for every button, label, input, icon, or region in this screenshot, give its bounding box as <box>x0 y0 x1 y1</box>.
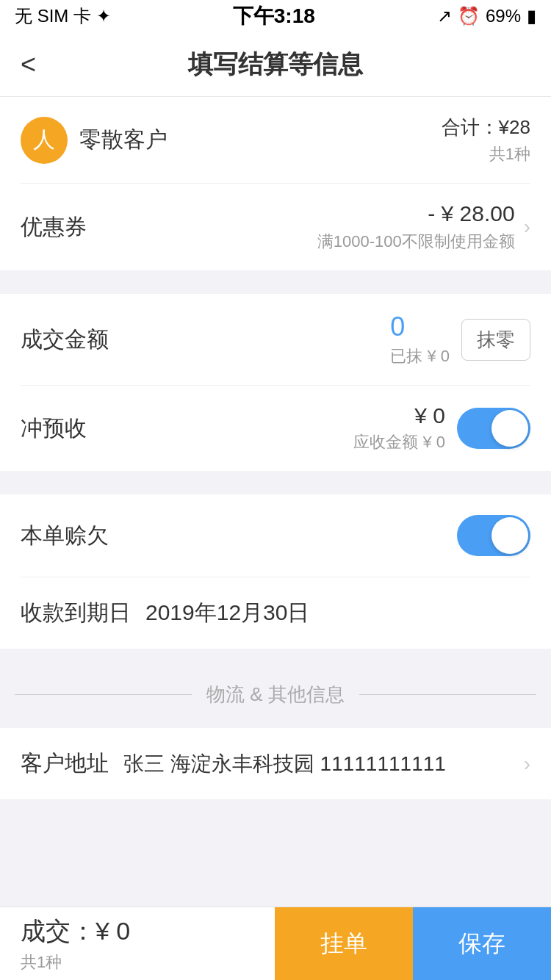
due-date-row: 收款到期日 2019年12月30日 <box>0 577 551 649</box>
deal-amount-right: 0 已抹 ¥ 0 抹零 <box>390 311 530 367</box>
logistics-label: 物流 & 其他信息 <box>206 682 345 707</box>
deal-amount-row: 成交金额 0 已抹 ¥ 0 抹零 <box>0 294 551 385</box>
chongyu-right: ¥ 0 应收金额 ¥ 0 <box>353 403 530 453</box>
toggle-knob-2 <box>491 517 528 554</box>
due-date-label: 收款到期日 <box>21 598 131 628</box>
section-separator-3 <box>0 660 551 672</box>
debt-toggle[interactable] <box>457 515 530 556</box>
round-zero-button[interactable]: 抹零 <box>461 319 530 361</box>
address-row[interactable]: 客户地址 张三 海淀永丰科技园 11111111111 › <box>0 728 551 799</box>
nav-bar: < 填写结算等信息 <box>0 32 551 97</box>
battery-text: 69% <box>486 6 521 26</box>
bottom-deal-amount: 成交：¥ 0 <box>21 915 254 948</box>
customer-card: 人 零散客户 合计：¥28 共1种 优惠券 - ¥ 28.00 满1000-10… <box>0 97 551 270</box>
address-label: 客户地址 <box>21 749 109 779</box>
back-button[interactable]: < <box>21 49 36 80</box>
coupon-right: - ¥ 28.00 满1000-100不限制使用金额 › <box>317 201 530 253</box>
deal-amount-sub: 已抹 ¥ 0 <box>390 345 450 367</box>
location-icon: ↗ <box>437 6 452 26</box>
address-value: 张三 海淀永丰科技园 11111111111 <box>123 750 521 778</box>
due-date-value[interactable]: 2019年12月30日 <box>145 598 309 628</box>
status-left: 无 SIM 卡 ✦ <box>15 4 111 28</box>
coupon-value: - ¥ 28.00 <box>317 201 515 226</box>
debt-row: 本单赊欠 <box>0 494 551 577</box>
no-sim-text: 无 SIM 卡 ✦ <box>15 4 111 28</box>
section-separator-1 <box>0 282 551 294</box>
deal-amount-label: 成交金额 <box>21 325 109 355</box>
coupon-desc: 满1000-100不限制使用金额 <box>317 231 515 253</box>
chongyu-value: ¥ 0 <box>353 403 445 428</box>
deal-card: 成交金额 0 已抹 ¥ 0 抹零 冲预收 ¥ 0 应收金额 ¥ 0 <box>0 294 551 471</box>
total-count: 共1种 <box>442 143 530 165</box>
battery-icon: ▮ <box>527 6 536 26</box>
debt-card: 本单赊欠 收款到期日 2019年12月30日 <box>0 494 551 649</box>
customer-info: 人 零散客户 <box>21 117 168 164</box>
chongyu-row: 冲预收 ¥ 0 应收金额 ¥ 0 <box>0 386 551 471</box>
bottom-deal-label: 成交： <box>21 917 96 945</box>
save-button[interactable]: 保存 <box>413 907 551 980</box>
status-right: ↗ ⏰ 69% ▮ <box>437 6 536 26</box>
customer-name: 零散客户 <box>79 125 168 155</box>
section-separator-2 <box>0 483 551 494</box>
debt-label: 本单赊欠 <box>21 521 109 551</box>
hang-order-button[interactable]: 挂单 <box>275 907 413 980</box>
customer-row: 人 零散客户 合计：¥28 共1种 <box>0 97 551 183</box>
bottom-info: 成交：¥ 0 共1种 <box>0 907 275 980</box>
deal-amount-value[interactable]: 0 <box>390 311 450 342</box>
total-amount: 合计：¥28 <box>442 115 530 140</box>
status-time: 下午3:18 <box>233 2 315 30</box>
chevron-right-icon: › <box>524 215 530 239</box>
page-title: 填写结算等信息 <box>188 48 363 82</box>
customer-total: 合计：¥28 共1种 <box>442 115 530 165</box>
coupon-label: 优惠券 <box>21 212 87 242</box>
logistics-section-header: 物流 & 其他信息 <box>0 672 551 716</box>
bottom-count: 共1种 <box>21 951 254 973</box>
chongyu-toggle[interactable] <box>457 408 530 449</box>
address-chevron-icon: › <box>524 752 530 776</box>
status-bar: 无 SIM 卡 ✦ 下午3:18 ↗ ⏰ 69% ▮ <box>0 0 551 32</box>
bottom-bar: 成交：¥ 0 共1种 挂单 保存 <box>0 907 551 980</box>
coupon-row[interactable]: 优惠券 - ¥ 28.00 满1000-100不限制使用金额 › <box>0 184 551 270</box>
alarm-icon: ⏰ <box>458 6 480 26</box>
address-card: 客户地址 张三 海淀永丰科技园 11111111111 › <box>0 728 551 799</box>
bottom-deal-value: ¥ 0 <box>96 917 130 945</box>
avatar: 人 <box>21 117 68 164</box>
section-separator-4 <box>0 716 551 728</box>
chongyu-sub: 应收金额 ¥ 0 <box>353 431 445 453</box>
toggle-knob <box>491 410 528 447</box>
bottom-spacer <box>0 811 551 896</box>
chongyu-label: 冲预收 <box>21 414 87 444</box>
